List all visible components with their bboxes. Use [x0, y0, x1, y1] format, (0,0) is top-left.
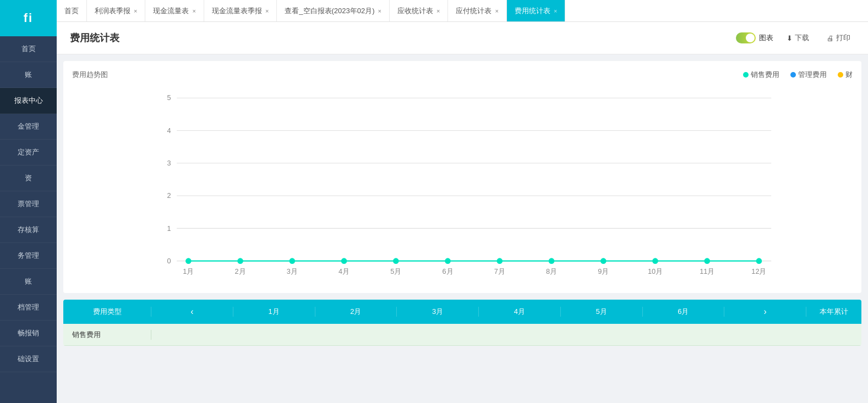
data-point — [341, 258, 347, 264]
legend-admin: 管理费用 — [790, 70, 827, 80]
chart-title: 费用趋势图 — [72, 70, 108, 80]
sidebar-item-home[interactable]: 首页 — [0, 36, 57, 62]
svg-text:4: 4 — [167, 127, 171, 135]
data-point — [549, 258, 555, 264]
sidebar-item-reports[interactable]: 报表中心 — [0, 88, 57, 114]
data-point — [290, 258, 296, 264]
print-button[interactable]: 🖨 打印 — [822, 31, 855, 45]
svg-text:2: 2 — [167, 192, 171, 200]
data-point — [393, 258, 399, 264]
legend-dot-sales — [743, 72, 749, 78]
data-point — [704, 258, 710, 264]
tab-close-profit-quarterly[interactable]: × — [134, 8, 137, 14]
svg-text:10月: 10月 — [648, 268, 663, 275]
svg-text:5月: 5月 — [390, 268, 401, 275]
sidebar-item-capital[interactable]: 资 — [0, 165, 57, 191]
tab-close-cashflow[interactable]: × — [192, 8, 195, 14]
sidebar-item-settings[interactable]: 础设置 — [0, 346, 57, 372]
chart-legend: 销售费用 管理费用 财 — [743, 70, 853, 80]
svg-text:7月: 7月 — [494, 268, 505, 275]
data-point — [445, 258, 451, 264]
td-type-sales: 销售费用 — [63, 330, 151, 340]
th-month4: 4月 — [479, 307, 561, 317]
sidebar-logo: fi — [0, 0, 57, 36]
th-nav-next[interactable]: › — [724, 307, 806, 317]
svg-text:8月: 8月 — [546, 268, 557, 275]
toggle-label: 图表 — [759, 33, 773, 43]
chart-section: 费用趋势图 销售费用 管理费用 财 — [63, 61, 861, 293]
tab-close-receivable[interactable]: × — [436, 8, 440, 14]
chart-container: 5 4 3 2 1 0 1月 2月 3月 4月 5月 6月 7月 8月 9 — [72, 86, 853, 284]
sidebar: fi 首页 账 报表中心 金管理 定资产 资 票管理 存核算 务管理 账 档管理… — [0, 0, 57, 403]
tab-cashflow[interactable]: 现金流量表 × — [145, 0, 204, 22]
svg-text:3: 3 — [167, 159, 171, 167]
table-section: 费用类型 ‹ 1月 2月 3月 4月 5月 — [63, 300, 861, 346]
svg-text:3月: 3月 — [287, 268, 298, 275]
svg-text:0: 0 — [167, 257, 171, 265]
svg-text:1月: 1月 — [183, 268, 194, 275]
chart-toggle[interactable] — [736, 32, 756, 43]
sidebar-item-finance[interactable]: 金管理 — [0, 114, 57, 140]
next-arrow-icon[interactable]: › — [763, 307, 766, 317]
content-area: 费用统计表 图表 ⬇ 下载 🖨 打印 费用趋势图 — [57, 22, 868, 403]
tab-cashflow-quarterly[interactable]: 现金流量表季报 × — [204, 0, 277, 22]
print-icon: 🖨 — [827, 34, 834, 42]
th-nav-prev[interactable]: ‹ — [151, 307, 233, 317]
sidebar-item-archive[interactable]: 档管理 — [0, 295, 57, 321]
tab-close-payable[interactable]: × — [495, 8, 498, 14]
chart-toggle-wrap: 图表 — [736, 32, 773, 43]
svg-text:4月: 4月 — [339, 268, 350, 275]
legend-dot-admin — [790, 72, 796, 78]
th-month2: 2月 — [315, 307, 397, 317]
download-button[interactable]: ⬇ 下载 — [782, 31, 814, 45]
data-point — [185, 258, 192, 264]
line-chart-svg: 5 4 3 2 1 0 1月 2月 3月 4月 5月 6月 7月 8月 9 — [72, 86, 853, 284]
tab-expense-stats[interactable]: 费用统计表 × — [507, 0, 565, 22]
tab-close-expense-stats[interactable]: × — [554, 8, 557, 14]
svg-text:1: 1 — [167, 225, 171, 233]
table-header: 费用类型 ‹ 1月 2月 3月 4月 5月 — [63, 300, 861, 324]
page-header: 费用统计表 图表 ⬇ 下载 🖨 打印 — [57, 22, 868, 54]
legend-finance: 财 — [838, 70, 853, 80]
svg-text:12月: 12月 — [751, 268, 766, 275]
sidebar-item-ledger[interactable]: 账 — [0, 269, 57, 295]
data-point — [756, 258, 762, 264]
th-month6: 6月 — [643, 307, 725, 317]
th-year-total: 本年累计 — [806, 307, 861, 317]
sidebar-item-invoice[interactable]: 票管理 — [0, 191, 57, 217]
table-row-sales: 销售费用 — [63, 324, 861, 346]
main-area: 首页 利润表季报 × 现金流量表 × 现金流量表季报 × 查看_空白报表(202… — [57, 0, 868, 403]
header-actions: 图表 ⬇ 下载 🖨 打印 — [736, 31, 855, 45]
svg-text:5: 5 — [167, 94, 171, 102]
legend-dot-finance — [838, 72, 843, 78]
tab-payable[interactable]: 应付统计表 × — [448, 0, 506, 22]
chart-header: 费用趋势图 销售费用 管理费用 财 — [72, 70, 853, 80]
sidebar-item-account[interactable]: 账 — [0, 62, 57, 88]
sidebar-item-inventory[interactable]: 存核算 — [0, 217, 57, 243]
th-month1: 1月 — [233, 307, 315, 317]
data-point — [600, 258, 607, 264]
tab-profit-quarterly[interactable]: 利润表季报 × — [87, 0, 145, 22]
page-title: 费用统计表 — [70, 31, 119, 45]
svg-text:6月: 6月 — [442, 268, 453, 275]
th-month5: 5月 — [561, 307, 643, 317]
th-type: 费用类型 — [63, 307, 151, 317]
sidebar-item-assets[interactable]: 定资产 — [0, 140, 57, 165]
tab-blank-report[interactable]: 查看_空白报表(2023年02月) × — [277, 0, 390, 22]
sidebar-item-service[interactable]: 务管理 — [0, 243, 57, 269]
data-point — [496, 258, 503, 264]
prev-arrow-icon[interactable]: ‹ — [190, 307, 193, 317]
tab-bar: 首页 利润表季报 × 现金流量表 × 现金流量表季报 × 查看_空白报表(202… — [57, 0, 868, 22]
th-month3: 3月 — [397, 307, 479, 317]
sidebar-item-expense[interactable]: 畅报销 — [0, 321, 57, 346]
tab-close-blank-report[interactable]: × — [378, 8, 381, 14]
tab-receivable[interactable]: 应收统计表 × — [390, 0, 448, 22]
svg-text:9月: 9月 — [598, 268, 609, 275]
data-point — [652, 258, 658, 264]
tab-home[interactable]: 首页 — [57, 0, 87, 22]
download-icon: ⬇ — [787, 34, 793, 42]
tab-close-cashflow-quarterly[interactable]: × — [265, 8, 269, 14]
legend-sales: 销售费用 — [743, 70, 779, 80]
svg-text:2月: 2月 — [235, 268, 246, 275]
svg-text:11月: 11月 — [700, 268, 714, 275]
